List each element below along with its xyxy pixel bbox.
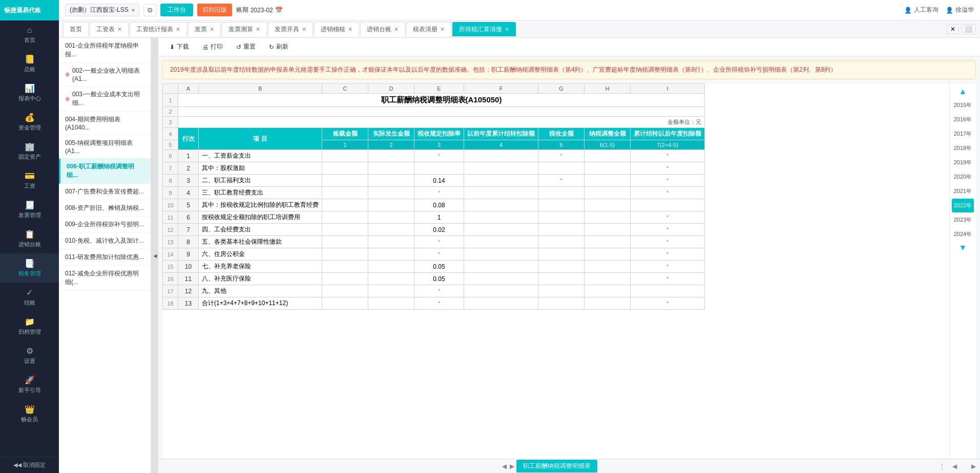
row-g-3[interactable] <box>538 187 585 199</box>
row-f-11[interactable] <box>464 285 538 297</box>
spreadsheet-scroll-area[interactable]: A B C D E F G H I 1 <box>162 83 949 459</box>
row-g-0[interactable]: * <box>538 150 585 162</box>
tab-close-9[interactable]: ✕ <box>505 26 509 33</box>
row-f-5[interactable] <box>464 211 538 224</box>
row-h-9[interactable] <box>585 261 631 273</box>
sidebar-item-sales-ledger[interactable]: 📋进销台账 <box>0 224 59 253</box>
sidebar-item-asset-mgmt[interactable]: 💰资金管理 <box>0 107 59 137</box>
left-panel-item-007[interactable]: 007-广告费和业务宣传费超... <box>59 184 151 200</box>
tab-8[interactable]: 税表清册✕ <box>406 22 451 36</box>
print-btn[interactable]: 🖨 打印 <box>198 41 227 53</box>
cancel-fixed-btn[interactable]: ◀◀ 取消固定 <box>0 457 59 473</box>
year-nav-down[interactable]: ▼ <box>957 242 969 254</box>
row-h-8[interactable] <box>585 248 631 261</box>
sidebar-item-settlement[interactable]: ✓结账 <box>0 283 59 312</box>
row-i-6[interactable]: * <box>631 224 705 236</box>
row-f-1[interactable] <box>464 162 538 175</box>
row-c-5[interactable] <box>322 211 368 224</box>
history-btn[interactable]: 切到旧版 <box>197 4 232 16</box>
tab-close-2[interactable]: ✕ <box>176 26 180 33</box>
row-g-11[interactable] <box>538 285 585 297</box>
row-c-3[interactable] <box>322 187 368 199</box>
close-tab-btn[interactable]: ✕ <box>947 24 959 34</box>
tab-5[interactable]: 发票开具✕ <box>268 22 313 36</box>
row-g-6[interactable] <box>538 224 585 236</box>
row-d-1[interactable] <box>368 162 414 175</box>
tab-1[interactable]: 工资表✕ <box>90 22 129 36</box>
row-i-2[interactable]: * <box>631 175 705 187</box>
workbench-btn[interactable]: 工作台 <box>160 4 193 16</box>
year-btn-2022[interactable]: 2022年 <box>952 199 974 212</box>
user-profile[interactable]: 👤 徐溢华 <box>946 6 974 14</box>
row-h-2[interactable] <box>585 175 631 187</box>
row-d-0[interactable] <box>368 150 414 162</box>
row-h-6[interactable] <box>585 224 631 236</box>
year-btn-2024[interactable]: 2024年 <box>952 227 974 241</box>
download-btn[interactable]: ⬇ 下载 <box>165 41 193 53</box>
tab-2[interactable]: 工资统计报表✕ <box>130 22 187 36</box>
row-g-9[interactable] <box>538 261 585 273</box>
row-f-9[interactable] <box>464 261 538 273</box>
row-h-10[interactable] <box>585 273 631 285</box>
row-e-5[interactable]: 1 <box>414 211 464 224</box>
row-i-5[interactable]: * <box>631 211 705 224</box>
row-c-9[interactable] <box>322 261 368 273</box>
sidebar-item-guide[interactable]: 🚀新手引导 <box>0 370 59 399</box>
row-e-11[interactable]: * <box>414 285 464 297</box>
row-i-8[interactable]: * <box>631 248 705 261</box>
reset-btn[interactable]: ↺ 重置 <box>232 41 260 53</box>
left-panel-item-010[interactable]: 010-免税、减计收入及加计... <box>59 233 151 249</box>
row-d-12[interactable] <box>368 297 414 310</box>
row-h-12[interactable] <box>585 297 631 310</box>
row-d-11[interactable] <box>368 285 414 297</box>
copy-icon-btn[interactable]: ⧉ <box>143 4 156 16</box>
sheet-scroll-right2[interactable]: ▶ <box>971 463 976 470</box>
row-h-5[interactable] <box>585 211 631 224</box>
sidebar-item-invoice-mgmt[interactable]: 🧾发票管理 <box>0 195 59 224</box>
row-d-2[interactable] <box>368 175 414 187</box>
row-e-6[interactable]: 0.02 <box>414 224 464 236</box>
tab-9[interactable]: 所得税汇算清缴✕ <box>452 22 516 36</box>
tab-close-5[interactable]: ✕ <box>302 26 306 33</box>
row-e-1[interactable] <box>414 162 464 175</box>
row-c-1[interactable] <box>322 162 368 175</box>
row-i-7[interactable]: * <box>631 236 705 248</box>
tab-4[interactable]: 发票测算✕ <box>222 22 267 36</box>
collapse-panel-btn[interactable]: ◀ <box>151 38 158 473</box>
row-i-4[interactable] <box>631 199 705 211</box>
sheet-scroll-left[interactable]: ◀ <box>502 463 507 470</box>
sheet-menu-icon[interactable]: ⋮ <box>939 463 945 470</box>
row-h-0[interactable] <box>585 150 631 162</box>
row-i-3[interactable]: * <box>631 187 705 199</box>
tab-close-4[interactable]: ✕ <box>256 26 260 33</box>
row-h-7[interactable] <box>585 236 631 248</box>
year-btn-2023[interactable]: 2023年 <box>952 213 974 227</box>
company-selector[interactable]: (勿删）江西股宝-LSS ▾ <box>65 4 139 16</box>
sidebar-item-archive[interactable]: 📁归档管理 <box>0 312 59 341</box>
row-g-4[interactable] <box>538 199 585 211</box>
calendar-icon[interactable]: 📅 <box>275 7 283 14</box>
row-h-1[interactable] <box>585 162 631 175</box>
sheet-scroll-end[interactable]: ◀ <box>952 463 957 470</box>
row-f-4[interactable] <box>464 199 538 211</box>
row-i-10[interactable]: * <box>631 273 705 285</box>
year-btn-2017[interactable]: 2017年 <box>952 127 974 141</box>
row-e-12[interactable]: * <box>414 297 464 310</box>
left-panel-item-005[interactable]: 005-纳税调整项目明细表(A1... <box>59 135 151 159</box>
row-i-0[interactable]: * <box>631 150 705 162</box>
left-panel-item-001[interactable]: 001-企业所得税年度纳税申报... <box>59 38 151 63</box>
year-btn-2020[interactable]: 2020年 <box>952 170 974 184</box>
support-link[interactable]: 👤 人工客询 <box>904 6 939 14</box>
left-panel-item-006[interactable]: 006-职工薪酬纳税调整明细... <box>59 159 151 184</box>
sidebar-item-report[interactable]: 📊报表中心 <box>0 78 59 107</box>
sheet-scroll-right[interactable]: ▶ <box>510 463 514 470</box>
row-f-2[interactable] <box>464 175 538 187</box>
sidebar-item-ledger[interactable]: 📒总账 <box>0 49 59 78</box>
tab-close-8[interactable]: ✕ <box>440 26 445 33</box>
sidebar-item-home[interactable]: ⌂首页 <box>0 20 59 49</box>
left-panel-item-002[interactable]: ⊗002-一般企业收入明细表(A1... <box>59 63 151 87</box>
tab-close-3[interactable]: ✕ <box>210 26 214 33</box>
tab-6[interactable]: 进销稽核✕ <box>314 22 359 36</box>
row-f-7[interactable] <box>464 236 538 248</box>
row-g-10[interactable] <box>538 273 585 285</box>
